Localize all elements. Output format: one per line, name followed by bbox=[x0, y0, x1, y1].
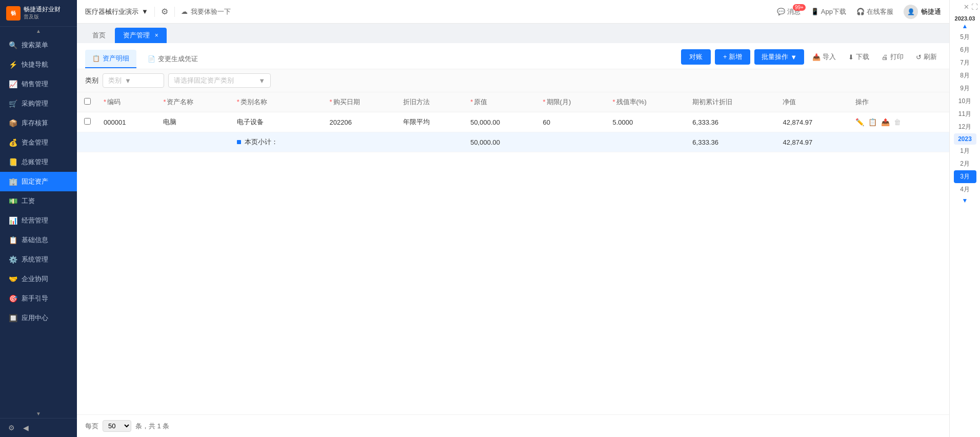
right-panel-close-icon[interactable]: ✕ bbox=[964, 3, 969, 11]
tab-asset-close[interactable]: × bbox=[155, 32, 158, 39]
month-item[interactable]: 9月 bbox=[954, 82, 976, 95]
sidebar-label-funds: 资金管理 bbox=[22, 138, 48, 147]
sidebar-scroll-down[interactable]: ▼ bbox=[0, 409, 77, 418]
tab-home[interactable]: 首页 bbox=[85, 28, 113, 43]
col-code: *编码 bbox=[97, 92, 157, 112]
col-category: *类别名称 bbox=[231, 92, 324, 112]
print-button[interactable]: 🖨 打印 bbox=[877, 50, 908, 64]
sidebar-icon-system: ⚙️ bbox=[8, 255, 17, 264]
month-item[interactable]: 2月 bbox=[954, 157, 976, 170]
sidebar-item-sales[interactable]: 📈 销售管理 bbox=[0, 74, 77, 94]
row-checkbox-0[interactable] bbox=[77, 112, 97, 132]
sidebar-item-guide[interactable]: 🎯 新手引导 bbox=[0, 289, 77, 308]
right-panel-controls: ✕ ⛶ bbox=[964, 3, 978, 11]
table-row: 000001 电脑 电子设备 202206 年限平均 50,000.00 60 … bbox=[77, 112, 949, 132]
user-name: 畅捷通 bbox=[921, 7, 941, 16]
topbar-company[interactable]: 医疗器械行业演示 ▼ bbox=[85, 7, 148, 16]
tab-voucher-gen-label: 变更生成凭证 bbox=[158, 54, 198, 64]
select-all-checkbox[interactable] bbox=[84, 98, 91, 105]
col-accumulated: 期初累计折旧 bbox=[686, 92, 776, 112]
sidebar-bottom: ⚙ ◀ bbox=[0, 418, 77, 437]
col-actions: 操作 bbox=[849, 92, 949, 112]
topbar-service[interactable]: 🎧 在线客服 bbox=[856, 7, 893, 16]
sidebar-item-fixedasset[interactable]: 🏢 固定资产 bbox=[0, 172, 77, 191]
month-item[interactable]: 4月 bbox=[954, 183, 976, 196]
month-item[interactable]: 5月 bbox=[954, 31, 976, 44]
sidebar-item-cooperation[interactable]: 🤝 企业协同 bbox=[0, 269, 77, 289]
right-panel-down-arrow[interactable]: ▼ bbox=[962, 197, 968, 204]
sidebar-item-apps[interactable]: 🔲 应用中心 bbox=[0, 308, 77, 328]
topbar-user[interactable]: 👤 畅捷通 bbox=[904, 5, 941, 19]
tab-voucher-gen[interactable]: 📄 变更生成凭证 bbox=[141, 50, 205, 68]
sidebar-item-inventory[interactable]: 📦 库存核算 bbox=[0, 113, 77, 133]
topbar-app-download[interactable]: 📱 App下载 bbox=[811, 7, 846, 16]
subtotal-net-value: 42,874.97 bbox=[776, 132, 849, 152]
month-item[interactable]: 1月 bbox=[954, 145, 976, 157]
filter-category-select[interactable]: 类别 ▼ bbox=[103, 73, 164, 88]
tab-asset-detail[interactable]: 📋 资产明细 bbox=[85, 50, 136, 68]
right-panel-up-arrow[interactable]: ▲ bbox=[962, 23, 968, 30]
new-button[interactable]: + 新增 bbox=[715, 49, 750, 65]
app-icon: 📱 bbox=[811, 8, 819, 15]
sidebar-scroll-up[interactable]: ▲ bbox=[0, 27, 77, 35]
refresh-label: 刷新 bbox=[924, 52, 937, 62]
col-period: *期限(月) bbox=[536, 92, 606, 112]
month-item[interactable]: 8月 bbox=[954, 69, 976, 82]
sidebar-item-quicknav[interactable]: ⚡ 快捷导航 bbox=[0, 55, 77, 74]
filter-category-input[interactable]: 请选择固定资产类别 ▼ bbox=[168, 73, 271, 88]
sidebar-item-management[interactable]: 📊 经营管理 bbox=[0, 211, 77, 230]
year-divider[interactable]: 2023 bbox=[954, 133, 976, 145]
per-page-select[interactable]: 50 100 200 bbox=[103, 420, 131, 432]
sidebar-item-funds[interactable]: 💰 资金管理 bbox=[0, 133, 77, 152]
batch-ops-button[interactable]: 批量操作 ▼ bbox=[754, 49, 804, 65]
user-avatar: 👤 bbox=[904, 5, 918, 19]
print-label: 打印 bbox=[890, 52, 904, 62]
collapse-icon[interactable]: ◀ bbox=[23, 424, 29, 432]
sidebar-item-basics[interactable]: 📋 基础信息 bbox=[0, 230, 77, 250]
month-item[interactable]: 6月 bbox=[954, 44, 976, 56]
import-button[interactable]: 📥 导入 bbox=[808, 50, 840, 64]
month-item[interactable]: 12月 bbox=[954, 121, 976, 133]
month-item[interactable]: 11月 bbox=[954, 108, 976, 121]
col-checkbox bbox=[77, 92, 97, 112]
row-edit-icon-0[interactable]: ✏️ bbox=[855, 118, 864, 126]
topbar-right: 💬 消息 99+ 📱 App下载 🎧 在线客服 👤 畅捷通 bbox=[777, 5, 941, 19]
refresh-icon: ↺ bbox=[916, 53, 922, 61]
sidebar-item-ledger[interactable]: 📒 总账管理 bbox=[0, 152, 77, 172]
sidebar-label-purchase: 采购管理 bbox=[22, 99, 48, 108]
row-accumulated-0: 6,333.36 bbox=[686, 112, 776, 132]
reconcile-button[interactable]: 对账 bbox=[681, 49, 711, 65]
total-label: 条，共 1 条 bbox=[135, 422, 169, 431]
sidebar-label-wages: 工资 bbox=[22, 196, 35, 206]
right-panel: ✕ ⛶ 2023.03 ▲ 5月6月7月8月9月10月11月12月20231月2… bbox=[949, 0, 980, 437]
settings-icon[interactable]: ⚙ bbox=[8, 424, 15, 432]
sidebar-item-wages[interactable]: 💵 工资 bbox=[0, 191, 77, 211]
sidebar-item-system[interactable]: ⚙️ 系统管理 bbox=[0, 250, 77, 269]
logo-name: 畅捷通好业财 bbox=[24, 6, 61, 14]
service-label: 在线客服 bbox=[867, 7, 893, 16]
sidebar-label-sales: 销售管理 bbox=[22, 80, 48, 89]
sidebar-label-search: 搜索菜单 bbox=[22, 41, 48, 50]
month-item[interactable]: 3月 bbox=[954, 170, 976, 183]
topbar-experience[interactable]: ☁ 我要体验一下 bbox=[181, 7, 231, 16]
row-delete-icon-0[interactable]: 🗑 bbox=[894, 118, 901, 126]
row-net-value-0: 42,874.97 bbox=[776, 112, 849, 132]
month-item[interactable]: 7月 bbox=[954, 56, 976, 69]
row-copy-icon-0[interactable]: 📋 bbox=[868, 118, 877, 126]
download-button[interactable]: ⬇ 下载 bbox=[844, 50, 873, 64]
subtotal-row: 本页小计： 50,000.00 6,333.36 42,874.97 bbox=[77, 132, 949, 152]
asset-detail-icon: 📋 bbox=[92, 55, 99, 62]
tab-asset[interactable]: 资产管理 × bbox=[115, 28, 167, 43]
refresh-button[interactable]: ↺ 刷新 bbox=[912, 50, 941, 64]
sidebar-logo: 畅 畅捷通好业财 普及版 bbox=[0, 0, 77, 27]
sidebar-item-search[interactable]: 🔍 搜索菜单 bbox=[0, 35, 77, 55]
voucher-icon: 📄 bbox=[148, 55, 155, 63]
topbar-messages[interactable]: 💬 消息 99+ bbox=[777, 7, 801, 16]
right-panel-expand-icon[interactable]: ⛶ bbox=[971, 3, 978, 11]
sidebar-label-quicknav: 快捷导航 bbox=[22, 60, 48, 69]
sidebar-item-purchase[interactable]: 🛒 采购管理 bbox=[0, 94, 77, 113]
row-export-icon-0[interactable]: 📤 bbox=[881, 118, 890, 126]
topbar-gear-icon[interactable]: ⚙ bbox=[161, 7, 168, 16]
month-item[interactable]: 10月 bbox=[954, 95, 976, 108]
logo-icon: 畅 bbox=[6, 6, 21, 21]
